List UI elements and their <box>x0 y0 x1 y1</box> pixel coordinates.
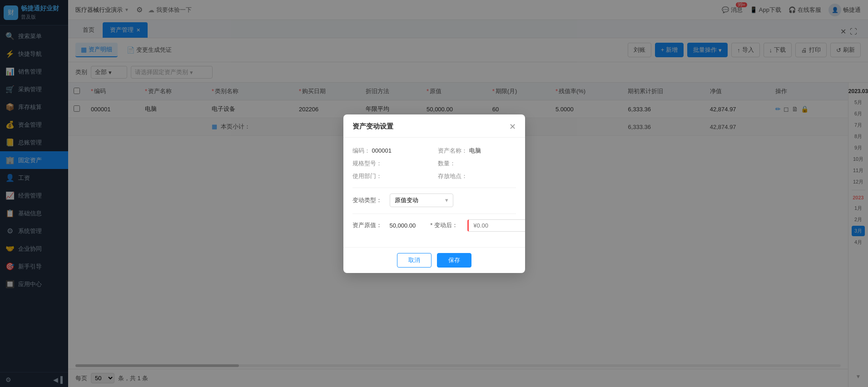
after-change-label: * 变动后： <box>430 221 462 229</box>
modal-name-value: 电脑 <box>469 147 481 155</box>
change-type-select[interactable]: 原值变动 ▾ <box>390 194 453 207</box>
modal-location-label: 存放地点： <box>438 172 467 180</box>
modal-name-label: 资产名称： <box>438 147 467 155</box>
original-value-value: 50,000.00 <box>390 222 416 229</box>
modal-overlay: 资产变动设置 ✕ 编码： 000001 资产名称： 电脑 规格型号： 数量： <box>0 0 868 387</box>
modal-code-item: 编码： 000001 <box>352 147 431 155</box>
change-type-value: 原值变动 <box>395 196 418 204</box>
modal-quantity-label: 数量： <box>438 159 456 168</box>
modal-code-label: 编码： <box>352 147 370 155</box>
after-change-input[interactable] <box>467 219 525 232</box>
modal-name-item: 资产名称： 电脑 <box>438 147 516 155</box>
modal-spec-label: 规格型号： <box>352 159 382 168</box>
modal-footer: 取消 保存 <box>343 247 525 273</box>
modal-spec-item: 规格型号： <box>352 159 431 168</box>
modal-body: 编码： 000001 资产名称： 电脑 规格型号： 数量： 使用部门： <box>343 138 525 247</box>
modal-code-value: 000001 <box>372 147 392 154</box>
modal-divider-1 <box>352 188 516 188</box>
original-value-label: 资产原值： <box>352 221 384 229</box>
modal-quantity-item: 数量： <box>438 159 516 168</box>
modal-close-icon[interactable]: ✕ <box>509 122 516 132</box>
original-value-row: 资产原值： 50,000.00 * 变动后： <box>352 219 516 232</box>
modal-divider-2 <box>352 213 516 214</box>
cancel-button[interactable]: 取消 <box>397 253 432 268</box>
modal-title: 资产变动设置 <box>352 122 393 131</box>
change-type-label: 变动类型： <box>352 196 384 204</box>
modal-header: 资产变动设置 ✕ <box>343 114 525 138</box>
modal-dept-item: 使用部门： <box>352 172 431 180</box>
modal-location-item: 存放地点： <box>438 172 516 180</box>
asset-change-modal: 资产变动设置 ✕ 编码： 000001 资产名称： 电脑 规格型号： 数量： <box>343 114 525 273</box>
save-button[interactable]: 保存 <box>437 253 471 268</box>
modal-info-grid: 编码： 000001 资产名称： 电脑 规格型号： 数量： 使用部门： <box>352 147 516 180</box>
modal-dept-label: 使用部门： <box>352 172 382 180</box>
change-type-dropdown-icon: ▾ <box>445 197 448 203</box>
change-type-row: 变动类型： 原值变动 ▾ <box>352 194 516 207</box>
